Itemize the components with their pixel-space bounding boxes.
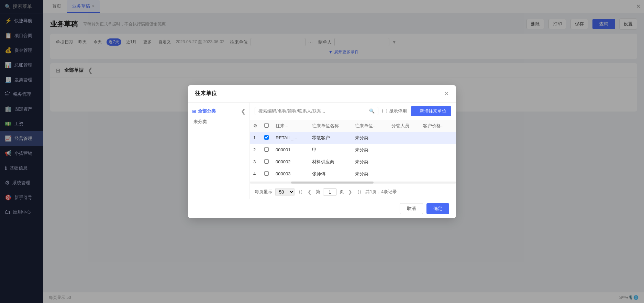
add-partner-button[interactable]: + 新增往来单位 (411, 106, 451, 116)
row-name: 材料供应商 (309, 156, 352, 168)
row-price (420, 156, 456, 168)
horizontal-scrollbar[interactable] (250, 182, 456, 184)
table-row[interactable]: 3 000002 材料供应商 未分类 (250, 156, 456, 168)
show-disabled-label[interactable]: 显示停用 (382, 108, 407, 114)
show-disabled-text: 显示停用 (389, 108, 407, 114)
row-price (420, 132, 456, 144)
page-label: 第 (316, 189, 320, 195)
row-name: 零散客户 (309, 132, 352, 144)
dialog-close-button[interactable]: ✕ (444, 90, 449, 97)
row-category: 未分类 (352, 144, 388, 156)
row-select-checkbox[interactable] (264, 159, 269, 164)
row-manager (388, 156, 420, 168)
dialog-overlay[interactable]: 往来单位 ✕ ⊞ 全部分类 ❮ 未分类 (0, 0, 644, 303)
total-label: 共1页，4条记录 (365, 189, 397, 195)
row-code: 000003 (272, 168, 309, 180)
partners-table: ⚙ 往来... 往来单位名称 往来单位... 分管人员 客户价格... 1 RE… (250, 120, 456, 180)
page-size-select[interactable]: 50 100 (275, 188, 295, 196)
first-page-button[interactable]: ⟨⟨ (297, 188, 303, 195)
row-checkbox[interactable] (261, 168, 272, 180)
row-category: 未分类 (352, 156, 388, 168)
col-checkbox (261, 120, 272, 132)
dialog-title: 往来单位 (195, 90, 217, 97)
show-disabled-checkbox[interactable] (382, 109, 387, 113)
dialog-footer: 取消 确定 (188, 199, 456, 218)
row-price (420, 168, 456, 180)
row-select-checkbox[interactable] (264, 171, 269, 176)
left-panel-header: ⊞ 全部分类 ❮ (188, 106, 249, 117)
prev-page-button[interactable]: ❮ (306, 188, 313, 195)
next-page-button[interactable]: ❯ (347, 188, 354, 195)
right-panel: 🔍 显示停用 + 新增往来单位 ⚙ (250, 103, 456, 199)
table-header-row: ⚙ 往来... 往来单位名称 往来单位... 分管人员 客户价格... (250, 120, 456, 132)
last-page-button[interactable]: ⟩⟩ (356, 188, 363, 195)
search-icon: 🔍 (369, 108, 375, 114)
select-all-checkbox[interactable] (264, 123, 269, 128)
dialog-body: ⊞ 全部分类 ❮ 未分类 🔍 显示停用 (188, 103, 456, 199)
category-item-uncategorized[interactable]: 未分类 (188, 117, 249, 127)
row-select-checkbox[interactable] (264, 147, 269, 152)
page-suffix: 页 (340, 189, 344, 195)
scrollbar-thumb (291, 182, 374, 184)
left-panel: ⊞ 全部分类 ❮ 未分类 (188, 103, 250, 199)
row-checkbox[interactable] (261, 132, 272, 144)
row-category: 未分类 (352, 132, 388, 144)
col-manager: 分管人员 (388, 120, 420, 132)
row-select-checkbox[interactable] (264, 135, 269, 140)
row-name: 张师傅 (309, 168, 352, 180)
row-num: 2 (250, 144, 261, 156)
table-row[interactable]: 2 000001 甲 未分类 (250, 144, 456, 156)
col-price: 客户价格... (420, 120, 456, 132)
confirm-button[interactable]: 确定 (426, 203, 449, 214)
partner-search-input[interactable] (258, 108, 367, 114)
row-num: 4 (250, 168, 261, 180)
grid-small-icon: ⊞ (192, 109, 196, 114)
dialog-table: ⚙ 往来... 往来单位名称 往来单位... 分管人员 客户价格... 1 RE… (250, 120, 456, 185)
row-manager (388, 144, 420, 156)
row-checkbox[interactable] (261, 156, 272, 168)
row-manager (388, 132, 420, 144)
row-code: RETAIL_... (272, 132, 309, 144)
row-checkbox[interactable] (261, 144, 272, 156)
dialog: 往来单位 ✕ ⊞ 全部分类 ❮ 未分类 (188, 85, 456, 218)
table-row[interactable]: 1 RETAIL_... 零散客户 未分类 (250, 132, 456, 144)
category-header-label: 全部分类 (198, 108, 216, 114)
col-name: 往来单位名称 (309, 120, 352, 132)
row-num: 3 (250, 156, 261, 168)
row-price (420, 144, 456, 156)
col-settings: ⚙ (250, 120, 261, 132)
row-manager (388, 168, 420, 180)
left-panel-collapse-button[interactable]: ❮ (241, 108, 245, 115)
table-row[interactable]: 4 000003 张师傅 未分类 (250, 168, 456, 180)
cancel-button[interactable]: 取消 (400, 203, 423, 214)
dialog-header: 往来单位 ✕ (188, 85, 456, 103)
row-code: 000001 (272, 144, 309, 156)
current-page-input[interactable] (323, 188, 337, 196)
row-name: 甲 (309, 144, 352, 156)
dialog-pagination: 每页显示 50 100 ⟨⟨ ❮ 第 页 ❯ ⟩⟩ 共1页，4条记录 (250, 185, 456, 199)
right-panel-toolbar: 🔍 显示停用 + 新增往来单位 (250, 103, 456, 120)
row-num: 1 (250, 132, 261, 144)
row-category: 未分类 (352, 168, 388, 180)
partner-search-box[interactable]: 🔍 (255, 107, 378, 115)
page-size-label: 每页显示 (255, 189, 273, 195)
col-code: 往来... (272, 120, 309, 132)
row-code: 000002 (272, 156, 309, 168)
col-category: 往来单位... (352, 120, 388, 132)
